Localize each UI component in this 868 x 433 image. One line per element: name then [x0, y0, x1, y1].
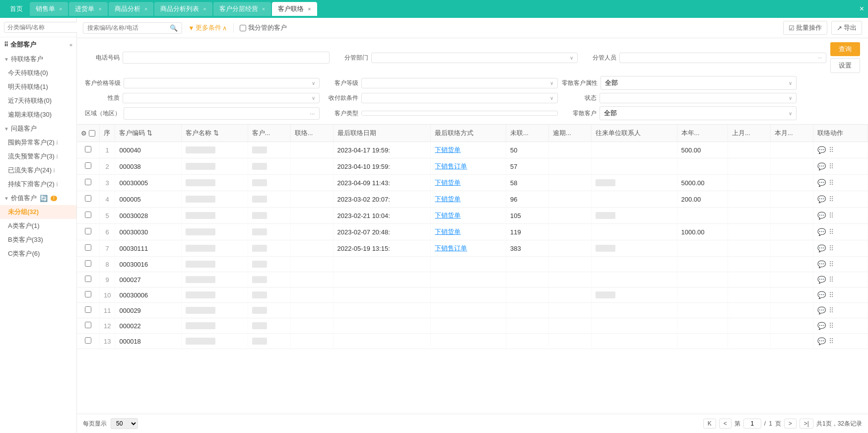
sidebar-search-input[interactable] [4, 22, 85, 33]
row-checkbox[interactable] [85, 146, 91, 152]
more-conditions-btn[interactable]: ▼ 更多条件 ∧ [188, 23, 227, 32]
first-page-btn[interactable]: K [703, 419, 716, 429]
row-checkbox[interactable] [85, 244, 91, 251]
row-checkbox[interactable] [85, 162, 91, 169]
contact-action-icon[interactable]: 💬 [817, 162, 826, 170]
contact-action-icon[interactable]: 💬 [817, 195, 826, 203]
more-action-icon[interactable]: ⠿ [829, 244, 834, 252]
contact-action-icon[interactable]: 💬 [817, 260, 826, 268]
sidebar-item-classC[interactable]: C类客户(6) [0, 247, 76, 261]
close-product-analysis-icon[interactable]: × [144, 6, 147, 12]
sidebar-item-classB[interactable]: B类客户(33) [0, 233, 76, 247]
close-purchase-icon[interactable]: × [98, 6, 101, 12]
all-customers-header[interactable]: ⠿ 全部客户 « [0, 37, 76, 52]
contact-action-icon[interactable]: 💬 [817, 306, 826, 314]
row-checkbox[interactable] [85, 179, 91, 185]
row-checkbox[interactable] [85, 195, 91, 202]
row-checkbox[interactable] [85, 322, 91, 328]
retail-customer-select[interactable]: 全部 ∨ [600, 106, 797, 120]
last-method-link[interactable]: 下销售订单 [435, 162, 467, 170]
page-input[interactable] [743, 419, 761, 429]
tab-purchase[interactable]: 进货单 × [69, 2, 107, 16]
prev-page-btn[interactable]: < [719, 419, 732, 429]
contact-action-icon[interactable]: 💬 [817, 228, 826, 236]
row-checkbox[interactable] [85, 337, 91, 344]
close-customer-tier-icon[interactable]: × [262, 6, 265, 12]
pay-terms-select[interactable]: ∨ [361, 93, 558, 103]
person-select[interactable]: ··· [619, 53, 826, 63]
collapse-sidebar-icon[interactable]: « [69, 42, 72, 48]
dept-select[interactable]: ∨ [371, 53, 578, 63]
row-checkbox[interactable] [85, 260, 91, 267]
contact-action-icon[interactable]: 💬 [817, 244, 826, 252]
sidebar-item-7days[interactable]: 近7天待联络(0) [0, 94, 76, 108]
query-btn[interactable]: 查询 [830, 42, 860, 56]
row-checkbox[interactable] [85, 228, 91, 234]
row-checkbox[interactable] [85, 291, 91, 297]
contact-action-icon[interactable]: 💬 [817, 276, 826, 284]
customer-level-select[interactable]: ∨ [361, 78, 558, 88]
more-action-icon[interactable]: ⠿ [829, 260, 834, 268]
contact-action-icon[interactable]: 💬 [817, 212, 826, 219]
phone-input[interactable] [123, 52, 330, 64]
nature-select[interactable]: ∨ [123, 93, 320, 103]
row-checkbox[interactable] [85, 212, 91, 218]
tab-product-analysis[interactable]: 商品分析 × [109, 2, 153, 16]
more-action-icon[interactable]: ⠿ [829, 337, 834, 345]
more-action-icon[interactable]: ⠿ [829, 162, 834, 170]
status-select[interactable]: ∨ [600, 93, 797, 103]
contact-action-icon[interactable]: 💬 [817, 146, 826, 154]
close-sales-icon[interactable]: × [59, 6, 62, 12]
tab-home[interactable]: 首页 [4, 2, 29, 16]
select-all-checkbox[interactable] [89, 130, 95, 137]
more-action-icon[interactable]: ⠿ [829, 146, 834, 154]
more-action-icon[interactable]: ⠿ [829, 276, 834, 284]
refresh-icon[interactable]: 🔄 [40, 195, 48, 202]
last-method-link[interactable]: 下销货单 [435, 228, 461, 235]
contact-action-icon[interactable]: 💬 [817, 337, 826, 345]
value-section-header[interactable]: ▼ 价值客户 🔄 ! [0, 191, 76, 205]
sidebar-item-tomorrow[interactable]: 明天待联络(1) [0, 80, 76, 94]
batch-op-btn[interactable]: ☑ 批量操作 [783, 21, 827, 35]
last-method-link[interactable]: 下销货单 [435, 212, 461, 219]
last-method-link[interactable]: 下销货单 [435, 146, 461, 153]
last-method-link[interactable]: 下销货单 [435, 195, 461, 203]
more-action-icon[interactable]: ⠿ [829, 212, 834, 219]
sidebar-item-classA[interactable]: A类客户(1) [0, 219, 76, 233]
region-select[interactable]: ··· [124, 107, 320, 120]
contact-action-icon[interactable]: 💬 [817, 322, 826, 330]
tab-sales[interactable]: 销售单 × [30, 2, 68, 16]
contact-action-icon[interactable]: 💬 [817, 179, 826, 187]
sidebar-item-overdue[interactable]: 逾期未联络(30) [0, 108, 76, 122]
more-action-icon[interactable]: ⠿ [829, 228, 834, 236]
sidebar-item-churned[interactable]: 已流失客户(24) ℹ [0, 163, 76, 177]
last-page-btn[interactable]: >| [800, 419, 813, 429]
my-customers-checkbox-area[interactable]: 我分管的客户 [240, 23, 287, 32]
more-action-icon[interactable]: ⠿ [829, 195, 834, 203]
name-col-header[interactable]: 客户名称 ⇅ [182, 125, 248, 142]
next-page-btn[interactable]: > [784, 419, 797, 429]
more-action-icon[interactable]: ⠿ [829, 306, 834, 314]
price-level-select[interactable]: ∨ [124, 78, 320, 88]
settings-col-header[interactable]: ⚙ [77, 125, 100, 142]
settings-icon[interactable]: ⚙ [81, 130, 87, 137]
code-col-header[interactable]: 客户编码 ⇅ [115, 125, 182, 142]
contact-action-icon[interactable]: 💬 [817, 291, 826, 299]
sidebar-item-today[interactable]: 今天待联络(0) [0, 66, 76, 80]
row-checkbox[interactable] [85, 276, 91, 282]
sidebar-item-ungrouped[interactable]: 未分组(32) [0, 205, 76, 219]
my-customers-checkbox[interactable] [240, 25, 246, 31]
per-page-select[interactable]: 50 100 200 [111, 418, 138, 429]
close-customer-contact-icon[interactable]: × [308, 6, 311, 12]
main-search-icon[interactable]: 🔍 [170, 24, 178, 32]
row-checkbox[interactable] [85, 306, 91, 313]
pending-section-header[interactable]: ▼ 待联络客户 [0, 52, 76, 66]
reset-btn[interactable]: 设置 [830, 58, 860, 73]
tab-customer-contact[interactable]: 客户联络 × [272, 2, 317, 16]
retail-attr-select[interactable]: 全部 ∨ [601, 76, 797, 90]
last-method-link[interactable]: 下销货单 [435, 179, 461, 186]
sidebar-item-declining[interactable]: 持续下滑客户(2) ℹ [0, 177, 76, 191]
main-search-input[interactable] [87, 24, 168, 31]
problem-section-header[interactable]: ▼ 问题客户 [0, 122, 76, 136]
last-method-link[interactable]: 下销售订单 [435, 244, 467, 252]
